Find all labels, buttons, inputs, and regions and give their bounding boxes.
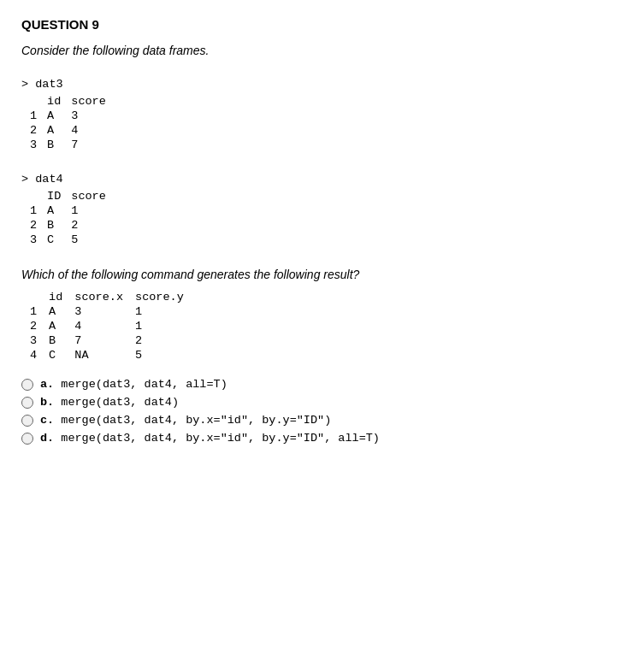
dat4-r3-idx: 3 [30,233,47,247]
option-a-text: a. merge(dat3, dat4, all=T) [40,378,227,391]
option-c-label: c. [40,414,54,427]
dat4-r1-id: A [47,203,71,218]
result-row-2: 2 A 4 1 [30,319,196,333]
dat3-row-1: 1 A 3 [30,109,116,123]
result-h1: id [49,290,74,304]
result-header-row: id score.x score.y [30,290,196,304]
dat3-r1-id: A [47,109,71,123]
option-b-label: b. [40,396,54,409]
result-r3-scorex: 7 [74,333,135,348]
dat3-header-row: id score [30,94,116,109]
dat4-r1-idx: 1 [30,203,47,218]
dat4-row-1: 1 A 1 [30,203,116,218]
dat3-h1: id [47,94,71,109]
dat3-block: > dat3 id score 1 A 3 2 A 4 3 B 7 [21,78,623,152]
option-c-code: merge(dat3, dat4, by.x="id", by.y="ID") [61,414,331,427]
dat4-row-2: 2 B 2 [30,218,116,233]
result-r2-idx: 2 [30,319,49,333]
result-r2-scorex: 4 [74,319,135,333]
result-row-4: 4 C NA 5 [30,348,196,362]
option-a-row[interactable]: a. merge(dat3, dat4, all=T) [21,378,623,391]
option-b-radio[interactable] [21,397,33,409]
option-d-radio[interactable] [21,433,33,445]
dat4-table: ID score 1 A 1 2 B 2 3 C 5 [30,189,116,247]
dat3-r2-idx: 2 [30,123,47,138]
dat3-table: id score 1 A 3 2 A 4 3 B 7 [30,94,116,152]
result-r1-scorey: 1 [135,304,196,319]
option-c-row[interactable]: c. merge(dat3, dat4, by.x="id", by.y="ID… [21,414,623,427]
intro-text: Consider the following data frames. [21,44,623,57]
option-d-row[interactable]: d. merge(dat3, dat4, by.x="id", by.y="ID… [21,432,623,445]
option-d-text: d. merge(dat3, dat4, by.x="id", by.y="ID… [40,432,380,445]
result-r1-scorex: 3 [74,304,135,319]
option-a-code: merge(dat3, dat4, all=T) [61,378,227,391]
options-section: a. merge(dat3, dat4, all=T) b. merge(dat… [21,378,623,445]
dat3-h0 [30,94,47,109]
result-r3-scorey: 2 [135,333,196,348]
dat3-r2-score: 4 [71,123,116,138]
result-r1-idx: 1 [30,304,49,319]
option-d-label: d. [40,432,54,445]
result-h3: score.y [135,290,196,304]
option-b-row[interactable]: b. merge(dat3, dat4) [21,396,623,409]
dat3-h2: score [71,94,116,109]
dat4-row-3: 3 C 5 [30,233,116,247]
option-c-text: c. merge(dat3, dat4, by.x="id", by.y="ID… [40,414,331,427]
result-block: id score.x score.y 1 A 3 1 2 A 4 1 3 B 7… [21,290,623,362]
dat4-h2: score [71,189,116,203]
dat3-r1-score: 3 [71,109,116,123]
dat3-row-2: 2 A 4 [30,123,116,138]
dat4-r2-score: 2 [71,218,116,233]
result-h0 [30,290,49,304]
result-r3-id: B [49,333,74,348]
option-c-radio[interactable] [21,415,33,427]
result-table: id score.x score.y 1 A 3 1 2 A 4 1 3 B 7… [30,290,196,362]
dat4-r2-id: B [47,218,71,233]
result-row-3: 3 B 7 2 [30,333,196,348]
option-a-label: a. [40,378,54,391]
dat4-r2-idx: 2 [30,218,47,233]
result-r1-id: A [49,304,74,319]
result-r4-scorex: NA [74,348,135,362]
result-row-1: 1 A 3 1 [30,304,196,319]
dat3-row-3: 3 B 7 [30,138,116,152]
option-b-code: merge(dat3, dat4) [61,396,179,409]
dat4-header-row: ID score [30,189,116,203]
dat4-prompt: > dat4 [21,173,623,186]
option-d-code: merge(dat3, dat4, by.x="id", by.y="ID", … [61,432,380,445]
option-b-text: b. merge(dat3, dat4) [40,396,179,409]
result-r4-scorey: 5 [135,348,196,362]
result-r3-idx: 3 [30,333,49,348]
question-header: QUESTION 9 [21,17,623,32]
result-r4-id: C [49,348,74,362]
dat3-r3-id: B [47,138,71,152]
dat4-r3-id: C [47,233,71,247]
dat4-block: > dat4 ID score 1 A 1 2 B 2 3 C 5 [21,173,623,247]
option-a-radio[interactable] [21,379,33,391]
dat4-h0 [30,189,47,203]
dat3-r3-idx: 3 [30,138,47,152]
dat3-prompt: > dat3 [21,78,623,91]
result-r4-idx: 4 [30,348,49,362]
dat3-r2-id: A [47,123,71,138]
dat4-h1: ID [47,189,71,203]
dat3-r3-score: 7 [71,138,116,152]
result-h2: score.x [74,290,135,304]
dat4-r1-score: 1 [71,203,116,218]
result-r2-id: A [49,319,74,333]
dat3-r1-idx: 1 [30,109,47,123]
dat4-r3-score: 5 [71,233,116,247]
result-r2-scorey: 1 [135,319,196,333]
question-text: Which of the following command generates… [21,268,623,281]
